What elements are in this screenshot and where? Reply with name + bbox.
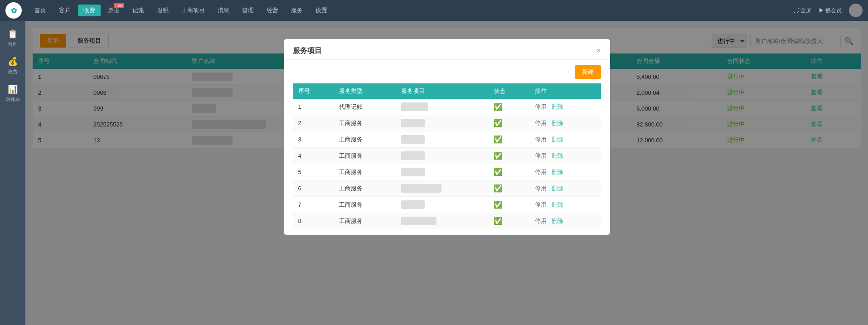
nav-item-jingying[interactable]: 经营 xyxy=(261,5,284,16)
sidebar-label-duizhang: 对账单 xyxy=(5,96,20,103)
modal-cell-item: ████注册 xyxy=(396,213,489,229)
modal-table-scroll[interactable]: 序号服务类型服务项目状态操作 1 代理记账 ████1 ✅ 停用 删除 2 工商… xyxy=(293,83,601,229)
sidebar-label-contract: 合同 xyxy=(8,41,18,48)
modal-header: 服务项目 × xyxy=(284,39,610,60)
list-item: 2 工商服务 ████ ✅ 停用 删除 xyxy=(293,115,601,131)
list-item: 4 工商服务 ████ ✅ 停用 删除 xyxy=(293,148,601,164)
modal-body: 新建 序号服务类型服务项目状态操作 1 代理记账 ████1 ✅ 停用 删除 2… xyxy=(284,60,610,235)
modal-cell-actions: 停用 删除 xyxy=(529,148,601,164)
sidebar-item-shoufei[interactable]: 💰收费 xyxy=(0,52,25,80)
delete-button[interactable]: 删除 xyxy=(552,185,563,192)
contract-icon: 📋 xyxy=(8,29,18,39)
modal-cell-type: 工商服务 xyxy=(334,148,396,164)
nav-item-guanli[interactable]: 管理 xyxy=(237,5,259,16)
nav-item-gongshang[interactable]: 工商项目 xyxy=(176,5,210,16)
modal-table-header: 序号服务类型服务项目状态操作 xyxy=(293,83,601,99)
modal-col-操作[interactable]: 操作 xyxy=(529,83,601,99)
modal-cell-type: 工商服务 xyxy=(334,197,396,213)
stop-button[interactable]: 停用 xyxy=(535,152,547,159)
modal-cell-seq: 7 xyxy=(293,197,334,213)
stop-button[interactable]: 停用 xyxy=(535,218,547,224)
modal-cell-seq: 4 xyxy=(293,148,334,164)
modal-cell-seq: 2 xyxy=(293,115,334,131)
sidebar-label-shoufei: 收费 xyxy=(8,68,18,75)
modal-cell-type: 工商服务 xyxy=(334,180,396,197)
modal-cell-item: ████ xyxy=(396,115,489,131)
modal-cell-status: ✅ xyxy=(488,115,529,131)
status-check-icon: ✅ xyxy=(494,201,503,209)
modal-cell-seq: 1 xyxy=(293,99,334,115)
nav-item-customer[interactable]: 客户 xyxy=(53,5,76,16)
modal-title: 服务项目 xyxy=(293,46,322,56)
delete-button[interactable]: 删除 xyxy=(552,218,563,224)
nav-item-piao[interactable]: 票据new xyxy=(102,5,125,16)
nav-item-xiaoxi[interactable]: 消息 xyxy=(212,5,235,16)
delete-button[interactable]: 删除 xyxy=(552,103,563,110)
modal-cell-type: 代理记账 xyxy=(334,99,396,115)
nav-item-shoufei[interactable]: 收费 xyxy=(78,5,101,16)
modal-cell-actions: 停用 删除 xyxy=(529,180,601,197)
service-items-table: 序号服务类型服务项目状态操作 1 代理记账 ████1 ✅ 停用 删除 2 工商… xyxy=(293,83,601,229)
modal-cell-item: ████ xyxy=(396,197,489,213)
right-tools: ⛶ 全屏 ▶ 畅会员 xyxy=(793,4,863,17)
list-item: 1 代理记账 ████1 ✅ 停用 删除 xyxy=(293,99,601,115)
modal-col-服务类型[interactable]: 服务类型 xyxy=(334,83,396,99)
stop-button[interactable]: 停用 xyxy=(535,185,547,192)
stop-button[interactable]: 停用 xyxy=(535,201,547,208)
modal-close-button[interactable]: × xyxy=(596,46,601,56)
modal-cell-item: ████ xyxy=(396,148,489,164)
stop-button[interactable]: 停用 xyxy=(535,103,547,110)
modal-col-服务项目[interactable]: 服务项目 xyxy=(396,83,489,99)
modal-table-body: 1 代理记账 ████1 ✅ 停用 删除 2 工商服务 ████ ✅ 停用 删除… xyxy=(293,99,601,229)
member-btn[interactable]: ▶ 畅会员 xyxy=(819,7,842,15)
modal-cell-status: ✅ xyxy=(488,164,529,180)
modal-cell-seq: 5 xyxy=(293,164,334,180)
modal-cell-type: 工商服务 xyxy=(334,115,396,131)
delete-button[interactable]: 删除 xyxy=(552,169,563,175)
delete-button[interactable]: 删除 xyxy=(552,120,563,126)
modal-cell-actions: 停用 删除 xyxy=(529,131,601,148)
nav-item-shezhi[interactable]: 设置 xyxy=(310,5,333,16)
modal-overlay[interactable]: 服务项目 × 新建 序号服务类型服务项目状态操作 1 代理记账 ████1 ✅ … xyxy=(25,21,868,325)
fullscreen-btn[interactable]: ⛶ 全屏 xyxy=(793,7,811,15)
list-item: 8 工商服务 ████注册 ✅ 停用 删除 xyxy=(293,213,601,229)
modal-cell-item: ████1 xyxy=(396,99,489,115)
modal-toolbar: 新建 xyxy=(293,65,601,79)
modal-cell-item: ████ xyxy=(396,131,489,148)
modal-cell-item: ████████ xyxy=(396,180,489,197)
modal-cell-seq: 3 xyxy=(293,131,334,148)
modal-cell-actions: 停用 删除 xyxy=(529,197,601,213)
status-check-icon: ✅ xyxy=(494,119,503,127)
modal-cell-actions: 停用 删除 xyxy=(529,164,601,180)
modal-cell-actions: 停用 删除 xyxy=(529,213,601,229)
modal-cell-status: ✅ xyxy=(488,197,529,213)
status-check-icon: ✅ xyxy=(494,152,503,160)
delete-button[interactable]: 删除 xyxy=(552,136,563,143)
modal-col-状态[interactable]: 状态 xyxy=(488,83,529,99)
modal-cell-actions: 停用 删除 xyxy=(529,99,601,115)
modal-cell-status: ✅ xyxy=(488,148,529,164)
nav-item-jizhang[interactable]: 记账 xyxy=(127,5,150,16)
duizhang-icon: 📊 xyxy=(8,84,18,94)
stop-button[interactable]: 停用 xyxy=(535,136,547,143)
sidebar-item-duizhang[interactable]: 📊对账单 xyxy=(0,80,25,107)
status-check-icon: ✅ xyxy=(494,168,503,176)
modal-cell-seq: 8 xyxy=(293,213,334,229)
sidebar-item-contract[interactable]: 📋合同 xyxy=(0,24,25,52)
stop-button[interactable]: 停用 xyxy=(535,169,547,175)
modal-col-序号[interactable]: 序号 xyxy=(293,83,334,99)
modal-new-button[interactable]: 新建 xyxy=(575,65,601,79)
modal-cell-status: ✅ xyxy=(488,131,529,148)
delete-button[interactable]: 删除 xyxy=(552,201,563,208)
nav-item-home[interactable]: 首页 xyxy=(29,5,52,16)
avatar[interactable] xyxy=(849,4,863,17)
stop-button[interactable]: 停用 xyxy=(535,120,547,126)
status-check-icon: ✅ xyxy=(494,136,503,143)
modal-cell-type: 工商服务 xyxy=(334,164,396,180)
delete-button[interactable]: 删除 xyxy=(552,152,563,159)
nav-item-baoshui[interactable]: 报税 xyxy=(151,5,174,16)
nav-item-fuwu[interactable]: 服务 xyxy=(286,5,308,16)
modal-cell-status: ✅ xyxy=(488,99,529,115)
modal-cell-actions: 停用 删除 xyxy=(529,115,601,131)
app-logo: ✿ xyxy=(5,2,22,19)
